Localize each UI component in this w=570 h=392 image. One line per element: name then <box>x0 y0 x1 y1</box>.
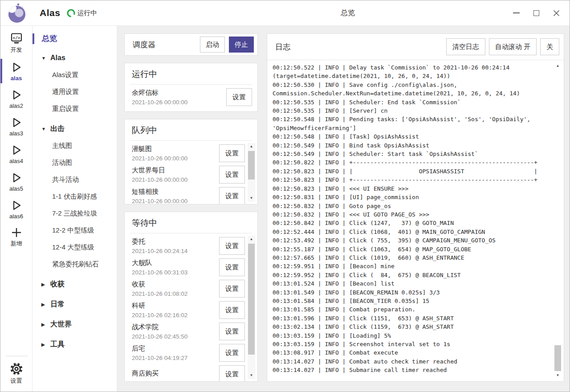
task-setting-button[interactable]: 设置 <box>219 365 245 381</box>
task-setting-button[interactable]: 设置 <box>219 144 245 162</box>
log-line: 00:13:03.159 | INFO | [Loading] 5% <box>273 331 550 340</box>
task-name: 余烬信标 <box>132 89 226 97</box>
task-setting-button[interactable]: 设置 <box>219 187 245 204</box>
nav-item-overview[interactable]: 总览 <box>33 31 117 46</box>
running-list: 余烬信标 2021-10-26 00:00:00 设置 <box>125 85 257 108</box>
scroll-up-icon[interactable]: ▲ <box>248 143 255 150</box>
scroll-down-icon[interactable]: ▼ <box>248 372 255 379</box>
sidebar-item-instance[interactable]: alas3 <box>0 113 32 139</box>
task-row: 后宅 2021-10-26 04:19:27 设置 <box>132 342 245 363</box>
nav-item[interactable]: 重启设置 <box>33 100 117 117</box>
minimize-button[interactable] <box>513 9 520 16</box>
sidebar-item-settings[interactable]: 设置 <box>0 359 32 388</box>
chevron-icon: ▶ <box>41 342 46 347</box>
start-button[interactable]: 启动 <box>200 37 225 53</box>
queued-card: 队列中 潜艇图 2021-10-26 00:00:00 设置 <box>124 119 258 204</box>
log-line: 00:12:52.444 | INFO | Click (1068, 401) … <box>273 228 550 236</box>
play-icon <box>10 144 23 156</box>
queued-title: 队列中 <box>130 119 252 141</box>
nav-group-label: 工具 <box>50 340 65 349</box>
scroll-thumb[interactable] <box>554 345 561 371</box>
task-setting-button[interactable]: 设置 <box>219 323 245 340</box>
alas-logo-icon <box>7 2 27 24</box>
clear-log-button[interactable]: 清空日志 <box>446 38 485 55</box>
sidebar-item-instance[interactable]: alas6 <box>0 196 32 222</box>
sidebar-item-label: 开发 <box>11 46 22 54</box>
scroll-down-icon[interactable]: ▼ <box>248 195 255 202</box>
nav-group-header[interactable]: ▼ 出击 <box>33 120 117 137</box>
nav-item[interactable]: 共斗活动 <box>33 171 117 188</box>
title-bar: Alas 运行中 总览 <box>0 0 570 26</box>
log-line: 00:13:01.585 | INFO | Combat preparation… <box>273 305 550 314</box>
log-line: 00:13:01.524 | INFO | [Beacon] list <box>273 279 550 288</box>
scroll-down-icon[interactable]: ▼ <box>554 372 562 379</box>
task-setting-button[interactable]: 设置 <box>219 166 245 184</box>
sidebar-item-instance[interactable]: alas2 <box>0 86 32 112</box>
task-setting-button[interactable]: 设置 <box>219 344 245 362</box>
autoscroll-on-button[interactable]: 自动滚动 开 <box>489 38 537 55</box>
instance-sidebar: </> 开发 alas <box>0 26 33 392</box>
nav-item[interactable]: 活动图 <box>33 154 117 171</box>
nav-group-header[interactable]: ▶ 收获 <box>33 276 117 293</box>
waiting-title: 等待中 <box>130 212 252 233</box>
maximize-button[interactable] <box>533 9 540 16</box>
log-line: 00:13:03.159 | INFO | Screenshot interva… <box>273 340 550 348</box>
nav-group-header[interactable]: ▶ 日常 <box>33 296 117 313</box>
task-name: 大舰队 <box>132 259 219 267</box>
waiting-scrollbar[interactable]: ▲ ▼ <box>248 236 255 379</box>
task-time: 2021-10-26 02:45:50 <box>132 333 219 340</box>
log-line: 00:12:50.832 | INFO | <<< UI GOTO PAGE_O… <box>273 210 550 219</box>
scroll-up-icon[interactable]: ▲ <box>248 236 255 243</box>
nav-group-header[interactable]: ▶ 大世界 <box>33 316 117 333</box>
nav-group: ▶ 收获 <box>33 276 117 293</box>
task-name: 后宅 <box>132 344 219 353</box>
task-time: 2021-10-26 00:00:00 <box>132 99 226 106</box>
nav-item[interactable]: 12-4 大型练级 <box>33 239 117 256</box>
close-icon <box>553 10 560 16</box>
chevron-icon: ▶ <box>41 282 46 287</box>
task-time: 2021-10-26 00:24:14 <box>132 248 219 254</box>
task-setting-button[interactable]: 设置 <box>219 301 245 319</box>
queued-scrollbar[interactable]: ▲ ▼ <box>248 143 255 202</box>
nav-group-header[interactable]: ▼ Alas <box>33 49 117 66</box>
nav-group-label: 出击 <box>50 124 65 134</box>
log-column: 日志 清空日志 自动滚动 开 关 00:12:50.522 | INFO | D… <box>267 33 564 382</box>
scroll-thumb[interactable] <box>248 244 255 355</box>
scroll-up-icon[interactable]: ▲ <box>554 62 562 69</box>
task-setting-button[interactable]: 设置 <box>219 258 245 276</box>
dev-monitor-icon: </> <box>10 33 23 45</box>
nav-group-header[interactable]: ▶ 工具 <box>33 336 117 353</box>
nav-item[interactable]: Alas设置 <box>33 66 117 83</box>
play-icon <box>10 61 23 74</box>
close-button[interactable] <box>553 9 560 16</box>
sidebar-item-instance[interactable]: alas4 <box>0 141 32 167</box>
nav-item[interactable]: 通用设置 <box>33 83 117 100</box>
task-name: 战术学院 <box>132 323 219 331</box>
sidebar-item-add[interactable]: 新增 <box>0 224 32 250</box>
scroll-thumb[interactable] <box>248 151 255 180</box>
task-time: 2021-10-26 00:00:00 <box>132 198 219 204</box>
status-label: 运行中 <box>77 9 97 17</box>
sidebar-item-instance[interactable]: alas <box>0 58 32 84</box>
autoscroll-off-button[interactable]: 关 <box>540 38 559 55</box>
nav-item[interactable]: 12-2 中型练级 <box>33 222 117 239</box>
task-setting-button[interactable]: 设置 <box>219 237 245 255</box>
log-line: 00:12:50.535 | INFO | [Server] cn <box>273 106 550 115</box>
log-scrollbar[interactable]: ▲ ▼ <box>554 62 562 379</box>
nav-item[interactable]: 7-2 三战捡垃圾 <box>33 205 117 222</box>
task-time: 2021-10-26 02:16:02 <box>132 312 219 318</box>
log-line: 00:12:50.831 | INFO | [UI] page_commissi… <box>273 193 550 201</box>
task-setting-button[interactable]: 设置 <box>219 280 245 298</box>
sidebar-item-instance[interactable]: alas5 <box>0 168 32 195</box>
stop-button[interactable]: 停止 <box>229 37 254 53</box>
task-name: 潜艇图 <box>132 145 219 153</box>
nav-item-label: 总览 <box>42 34 57 43</box>
nav-item[interactable]: 1-1 伏击刷好感 <box>33 188 117 205</box>
nav-item[interactable]: 紧急委托刷钻石 <box>33 256 117 273</box>
sidebar-item-dev[interactable]: </> 开发 <box>0 29 32 57</box>
waiting-list: 委托 2021-10-26 00:24:14 设置 大舰队 2021-10-26… <box>125 233 257 381</box>
log-lines: 00:12:50.522 | INFO | Delay task `Commis… <box>267 60 564 375</box>
nav-item[interactable]: 主线图 <box>33 137 117 154</box>
task-setting-button[interactable]: 设置 <box>226 88 252 106</box>
log-line: 00:12:55.187 | INFO | Click (1063, 654) … <box>273 245 550 253</box>
